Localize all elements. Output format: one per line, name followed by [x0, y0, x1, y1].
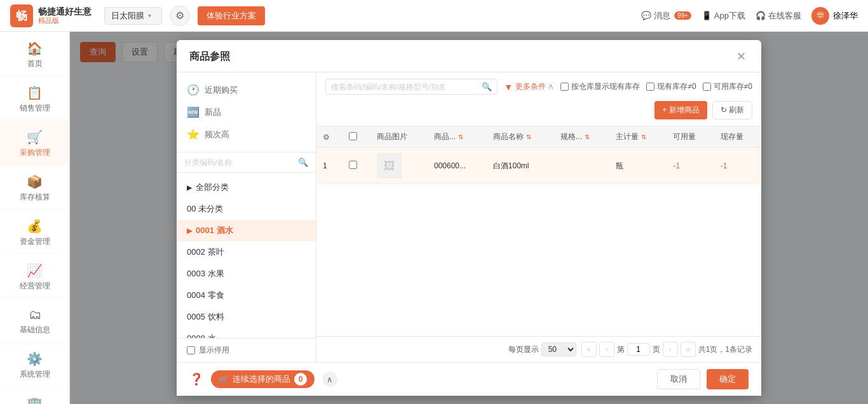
by-warehouse-label: 按仓库显示现有库存 — [571, 81, 640, 92]
col-name[interactable]: 商品名称⇅ — [487, 126, 554, 148]
recent-tab[interactable]: 🕐 近期购买 — [177, 79, 316, 101]
sidebar-item-purchase[interactable]: 🛒 采购管理 — [0, 121, 69, 165]
category-search-icon[interactable]: 🔍 — [298, 158, 308, 167]
workspace-selector[interactable]: 日太阳膜 ▾ — [104, 7, 162, 25]
category-0005[interactable]: 0005 饮料 — [177, 306, 316, 328]
sidebar-item-finance[interactable]: 💰 资金管理 — [0, 210, 69, 254]
filter-icon: ▼ — [504, 82, 513, 92]
more-filter-button[interactable]: ▼ 更多条件 ∧ — [504, 81, 554, 92]
col-spec[interactable]: 规格...⇅ — [554, 126, 610, 148]
refresh-button[interactable]: ↻ 刷新 — [712, 101, 752, 119]
sidebar-label-sales: 销售管理 — [20, 103, 50, 114]
available-nonzero-checkbox[interactable] — [646, 83, 654, 91]
new-tab[interactable]: 🆕 新品 — [177, 101, 316, 123]
modal-close-button[interactable]: ✕ — [733, 49, 749, 64]
top-nav: 畅 畅捷通好生意 精品版 日太阳膜 ▾ ⚙ 体验行业方案 💬 消息 99+ 📱 … — [0, 0, 868, 32]
by-warehouse-checkbox[interactable] — [560, 83, 569, 91]
usable-nonzero-checkbox[interactable] — [703, 83, 711, 91]
category-search-input[interactable] — [184, 158, 294, 167]
category-0004[interactable]: 0004 零食 — [177, 285, 316, 306]
message-button[interactable]: 💬 消息 99+ — [641, 10, 691, 22]
row-unit: 瓶 — [609, 148, 667, 184]
category-0008-label: 0008 水 — [187, 333, 216, 338]
cart-area[interactable]: 🛒 连续选择的商品 0 — [211, 370, 315, 388]
sidebar-label-finance: 资金管理 — [20, 236, 50, 247]
user-info[interactable]: 华 徐泽华 — [811, 7, 858, 25]
page-prev-button[interactable]: ‹ — [599, 342, 614, 357]
modal-footer: ❓ 🛒 连续选择的商品 0 ∧ 取消 确定 — [177, 362, 761, 396]
app-icon: 📱 — [702, 11, 712, 20]
col-settings[interactable]: ⚙ — [316, 126, 342, 148]
per-page-label: 每页显示 — [508, 344, 539, 355]
show-disabled-label[interactable]: 显示停用 — [199, 345, 229, 356]
category-all[interactable]: ▶ 全部分类 — [177, 177, 316, 198]
sort-icon-name: ⇅ — [526, 133, 531, 140]
modal-left-panel: 🕐 近期购买 🆕 新品 ⭐ 频次高 — [177, 72, 316, 362]
add-product-button[interactable]: + 新增商品 — [654, 101, 707, 119]
sidebar-item-system[interactable]: ⚙️ 系统管理 — [0, 342, 69, 387]
page-last-button[interactable]: » — [681, 342, 696, 357]
modal-backdrop: 商品参照 ✕ 🕐 近期购买 🆕 — [70, 32, 868, 404]
available-nonzero-filter[interactable]: 现有库存≠0 — [646, 81, 696, 92]
collapse-button[interactable]: ∧ — [322, 372, 337, 387]
category-0001[interactable]: ▶ 0001 酒水 — [177, 220, 316, 241]
col-code[interactable]: 商品...⇅ — [428, 126, 487, 148]
table-head: ⚙ 商品图片 商品...⇅ 商品名称⇅ 规格...⇅ 主计量⇅ 可用量 现存量 — [316, 126, 761, 148]
category-0002[interactable]: 0002 茶叶 — [177, 241, 316, 263]
modal-body: 🕐 近期购买 🆕 新品 ⭐ 频次高 — [177, 72, 761, 362]
enterprise-icon: 🏢 — [27, 396, 43, 404]
recent-icon: 🕐 — [187, 84, 200, 96]
category-0001-label: 0001 酒水 — [196, 225, 233, 236]
category-all-label: 全部分类 — [196, 182, 229, 193]
app-download-button[interactable]: 📱 App下载 — [702, 10, 745, 22]
sidebar-label-purchase: 采购管理 — [20, 147, 50, 158]
frequent-tab-label: 频次高 — [205, 129, 229, 140]
sort-icon-code: ⇅ — [458, 133, 463, 140]
help-icon[interactable]: ❓ — [189, 372, 203, 386]
experience-button[interactable]: 体验行业方案 — [198, 6, 265, 25]
toolbar-right: + 新增商品 ↻ 刷新 — [654, 101, 752, 119]
sidebar-item-home[interactable]: 🏠 首页 — [0, 32, 69, 76]
confirm-button[interactable]: 确定 — [707, 369, 749, 389]
filter-label: 更多条件 ∧ — [515, 81, 554, 92]
by-warehouse-filter[interactable]: 按仓库显示现有库存 — [560, 81, 640, 92]
usable-nonzero-filter[interactable]: 可用库存≠0 — [703, 81, 752, 92]
row-select-checkbox[interactable] — [349, 161, 357, 169]
continuous-text: 连续选择的商品 — [233, 374, 290, 385]
service-label: 在线客服 — [768, 10, 801, 22]
modal-right-panel: 🔍 ▼ 更多条件 ∧ 按仓库显示现有库存 — [316, 72, 761, 362]
settings-button[interactable]: ⚙ — [170, 6, 190, 26]
per-page-select: 每页显示 50 10 20 100 — [508, 342, 576, 356]
select-all-checkbox[interactable] — [349, 132, 357, 140]
product-image: 🖼 — [377, 153, 402, 178]
page-next-button[interactable]: › — [663, 342, 678, 357]
per-page-dropdown[interactable]: 50 10 20 100 — [541, 342, 576, 356]
frequent-tab[interactable]: ⭐ 频次高 — [177, 123, 316, 145]
service-button[interactable]: 🎧 在线客服 — [756, 10, 801, 22]
table-row[interactable]: 1 🖼 000600... 白酒100ml 瓶 — [316, 148, 761, 184]
sidebar-item-sales[interactable]: 📋 销售管理 — [0, 76, 69, 121]
page-first-button[interactable]: « — [581, 342, 597, 357]
sidebar-item-inventory[interactable]: 📦 库存核算 — [0, 165, 69, 210]
message-icon: 💬 — [641, 11, 651, 20]
category-0008[interactable]: 0008 水 — [177, 328, 316, 338]
chevron-down-icon: ▾ — [148, 12, 151, 19]
sidebar-item-enterprise[interactable]: 🏢 企业协同 — [0, 387, 69, 404]
logo-area: 畅 畅捷通好生意 精品版 — [10, 4, 92, 27]
available-nonzero-label: 现有库存≠0 — [657, 81, 696, 92]
search-icon[interactable]: 🔍 — [482, 82, 492, 91]
col-checkbox — [342, 126, 370, 148]
headset-icon: 🎧 — [756, 11, 766, 20]
category-0004-label: 0004 零食 — [187, 290, 224, 301]
col-unit[interactable]: 主计量⇅ — [609, 126, 667, 148]
category-0005-label: 0005 饮料 — [187, 311, 224, 323]
sidebar-item-operation[interactable]: 📈 经营管理 — [0, 254, 69, 299]
show-disabled-checkbox[interactable] — [187, 346, 195, 354]
category-0003[interactable]: 0003 水果 — [177, 263, 316, 285]
product-search-input[interactable] — [331, 83, 482, 91]
sidebar-item-basic[interactable]: 🗂 基础信息 — [0, 299, 69, 342]
sidebar-label-operation: 经营管理 — [20, 281, 50, 292]
page-input[interactable] — [627, 343, 650, 356]
cancel-button[interactable]: 取消 — [657, 369, 700, 389]
category-00[interactable]: 00 未分类 — [177, 198, 316, 220]
